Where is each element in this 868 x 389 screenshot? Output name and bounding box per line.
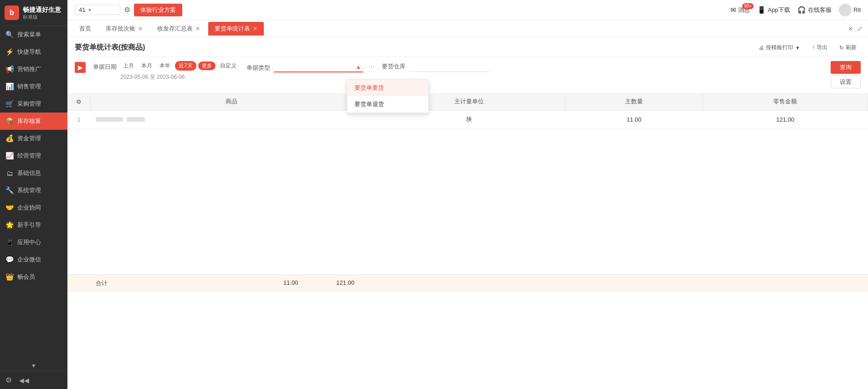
type-filter-input[interactable]: [274, 61, 363, 72]
warehouse-filter-input[interactable]: [409, 61, 489, 72]
tab-order-stats[interactable]: 要货单统计表 ✕: [208, 22, 264, 36]
print-button[interactable]: 🖨 按模板打印 ▼: [755, 42, 804, 53]
app-logo-text: 畅捷通好生意 标准版: [23, 5, 61, 20]
service-label: 在线客服: [808, 6, 832, 14]
sidebar-item-label: 畅会员: [17, 273, 35, 281]
tab-inventory-batch[interactable]: 库存批次账 ✕: [99, 22, 149, 36]
table-row: 1 块 11.00 121.00: [67, 111, 868, 128]
sidebar-item-operations[interactable]: 📈 经营管理: [0, 147, 67, 164]
sidebar-item-label: 企业微信: [17, 256, 41, 264]
sidebar-item-enterprise[interactable]: 🤝 企业协同: [0, 199, 67, 216]
sidebar-item-basicinfo[interactable]: 🗂 基础信息: [0, 164, 67, 182]
trial-button[interactable]: 体验行业方案: [134, 4, 182, 16]
tabs-bar: 首页 库存批次账 ✕ 收发存汇总表 ✕ 要货单统计表 ✕ ✕ ⤢: [67, 20, 868, 37]
user-item[interactable]: Rit: [839, 4, 861, 16]
footer-amount: 121.00: [318, 279, 373, 287]
sidebar-item-label: 资金管理: [17, 134, 41, 143]
sidebar-item-inventory[interactable]: 📦 库存核算: [0, 113, 67, 130]
tab-expand-icon[interactable]: ⤢: [857, 25, 863, 32]
col-amount: 零售金额: [703, 93, 868, 111]
sidebar-item-finance[interactable]: 💰 资金管理: [0, 130, 67, 147]
shortcut-icon: ⚡: [5, 48, 14, 56]
sidebar-item-purchase[interactable]: 🛒 采购管理: [0, 95, 67, 113]
sidebar-item-guide[interactable]: 🌟 新手引导: [0, 216, 67, 234]
sidebar-item-search[interactable]: 🔍 搜索菜单: [0, 26, 67, 43]
warehouse-filter-label: 要货仓库: [382, 62, 406, 71]
dropdown-option-1[interactable]: 要货单退货: [347, 96, 428, 113]
filter-expand-button[interactable]: ▶: [75, 62, 86, 73]
sidebar-item-appcenter[interactable]: 📱 应用中心: [0, 234, 67, 251]
product-name: [90, 111, 372, 128]
service-item[interactable]: 🎧 在线客服: [797, 6, 832, 14]
query-button[interactable]: 查询: [831, 61, 861, 74]
filter-more-icon[interactable]: ···: [369, 63, 375, 71]
tab-order-stats-label: 要货单统计表: [215, 25, 250, 33]
sidebar-item-label: 经营管理: [17, 152, 41, 160]
sidebar-item-label: 系统管理: [17, 186, 41, 194]
shortcut-7days[interactable]: 近7天: [175, 61, 196, 71]
shortcut-this-year[interactable]: 本年: [157, 61, 173, 71]
marketing-icon: 📢: [5, 65, 14, 73]
chevron-up-icon[interactable]: ▲: [356, 64, 361, 70]
app-name: 畅捷通好生意: [23, 5, 61, 14]
download-item[interactable]: 📱 App下载: [757, 6, 790, 14]
export-button[interactable]: ↑ 导出: [808, 42, 832, 53]
collapse-icon[interactable]: ◀◀: [19, 377, 29, 384]
purchase-icon: 🛒: [5, 100, 14, 108]
company-select[interactable]: 41 ▼: [75, 5, 120, 15]
product-placeholder2: [127, 117, 145, 122]
member-icon: 👑: [5, 273, 14, 281]
product-amount: 121.00: [703, 111, 868, 128]
sidebar-item-label: 搜索菜单: [17, 31, 41, 39]
table-header-row: ⚙ 商品 主计量单位 主数量 零售金额: [67, 93, 868, 111]
shortcut-more[interactable]: 更多: [198, 61, 216, 70]
page-content: 要货单统计表(按商品) 🖨 按模板打印 ▼ ↑ 导出 ↻ 刷新: [67, 37, 868, 389]
settings-footer-icon[interactable]: ⚙: [5, 376, 12, 384]
shortcut-custom[interactable]: 自定义: [217, 61, 239, 71]
tab-receivable[interactable]: 收发存汇总表 ✕: [151, 22, 206, 36]
sidebar-footer: ⚙ ◀◀: [0, 371, 67, 389]
type-select-wrap: ▲: [274, 61, 363, 72]
dropdown-option-0[interactable]: 要货单要货: [347, 80, 428, 96]
sidebar-item-label: 新手引导: [17, 221, 41, 229]
sidebar-item-label: 采购管理: [17, 100, 41, 108]
tab-close-all-icon[interactable]: ✕: [848, 25, 853, 32]
topbar: 41 ▼ ⚙ 体验行业方案 ✉ 消息 99+ 📱 App下载 🎧 在线客服 R: [67, 0, 868, 20]
sidebar-item-label: 营销推广: [17, 65, 41, 73]
tab-close-icon[interactable]: ✕: [253, 26, 257, 32]
table-container: ⚙ 商品 主计量单位 主数量 零售金额 1: [67, 93, 868, 128]
operations-icon: 📈: [5, 152, 14, 160]
sidebar-item-member[interactable]: 👑 畅会员: [0, 268, 67, 286]
tab-close-icon[interactable]: ✕: [138, 26, 143, 32]
sidebar-scroll-down[interactable]: ▼: [0, 361, 67, 371]
topbar-left: 41 ▼ ⚙ 体验行业方案: [75, 4, 725, 16]
enterprise-icon: 🤝: [5, 204, 14, 212]
sidebar-item-sales[interactable]: 📊 销售管理: [0, 78, 67, 95]
guide-icon: 🌟: [5, 221, 14, 229]
tab-home[interactable]: 首页: [73, 22, 98, 36]
messages-badge: 99+: [742, 3, 754, 9]
sidebar-item-system[interactable]: 🔧 系统管理: [0, 182, 67, 199]
shortcut-last-month[interactable]: 上月: [120, 61, 137, 71]
shortcut-this-month[interactable]: 本月: [139, 61, 155, 71]
sidebar-item-shortcut[interactable]: ⚡ 快捷导航: [0, 43, 67, 61]
col-settings[interactable]: ⚙: [67, 93, 90, 111]
page-header: 要货单统计表(按商品) 🖨 按模板打印 ▼ ↑ 导出 ↻ 刷新: [67, 37, 868, 56]
sidebar-item-wechat[interactable]: 💬 企业微信: [0, 251, 67, 268]
print-label: 按模板打印: [766, 44, 793, 51]
refresh-icon: ↻: [839, 45, 844, 51]
sidebar-item-label: 库存核算: [17, 117, 41, 125]
page-title: 要货单统计表(按商品): [75, 43, 145, 52]
download-label: App下载: [768, 6, 790, 14]
sidebar-item-label: 基础信息: [17, 169, 41, 177]
settings-icon[interactable]: ⚙: [124, 5, 130, 14]
setup-button[interactable]: 设置: [831, 76, 861, 88]
messages-item[interactable]: ✉ 消息 99+: [730, 6, 750, 14]
main-area: 41 ▼ ⚙ 体验行业方案 ✉ 消息 99+ 📱 App下载 🎧 在线客服 R: [67, 0, 868, 389]
date-shortcuts: 上月 本月 本年 近7天 更多 自定义: [120, 61, 239, 71]
refresh-button[interactable]: ↻ 刷新: [835, 42, 861, 53]
sidebar-item-marketing[interactable]: 📢 营销推广: [0, 61, 67, 78]
type-filter-label: 单据类型: [247, 64, 270, 72]
export-label: 导出: [817, 44, 827, 51]
tab-close-icon[interactable]: ✕: [195, 26, 200, 32]
